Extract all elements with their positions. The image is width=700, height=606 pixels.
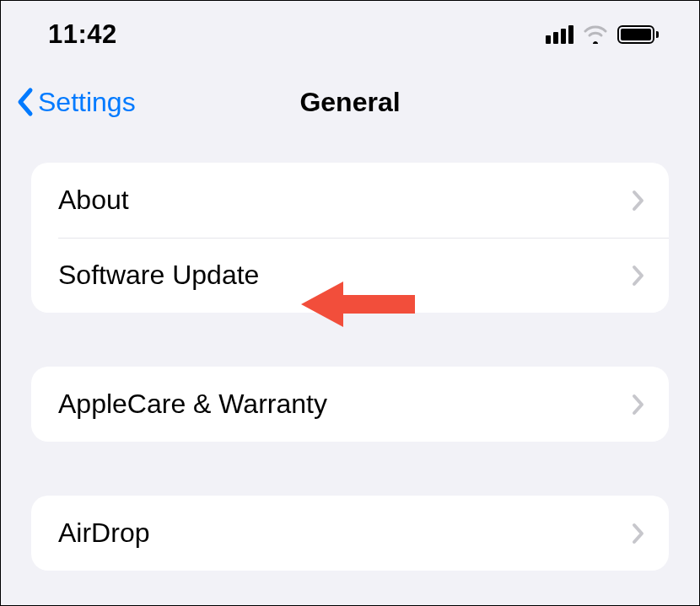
content: About Software Update AppleCare & Warran… xyxy=(1,136,699,571)
row-label: Software Update xyxy=(58,260,259,291)
settings-group: AppleCare & Warranty xyxy=(31,367,669,442)
battery-icon xyxy=(617,25,659,44)
back-button[interactable]: Settings xyxy=(16,87,136,118)
row-label: AppleCare & Warranty xyxy=(58,389,327,420)
back-label: Settings xyxy=(38,87,136,118)
row-software-update[interactable]: Software Update xyxy=(31,238,669,313)
chevron-right-icon xyxy=(632,393,645,416)
cellular-signal-icon xyxy=(546,25,573,44)
status-time: 11:42 xyxy=(48,19,117,50)
settings-group: About Software Update xyxy=(31,163,669,313)
row-about[interactable]: About xyxy=(31,163,669,238)
chevron-left-icon xyxy=(16,87,35,117)
chevron-right-icon xyxy=(632,264,645,287)
nav-bar: Settings General xyxy=(1,68,699,136)
status-bar: 11:42 xyxy=(1,1,699,68)
chevron-right-icon xyxy=(632,189,645,212)
row-label: About xyxy=(58,185,129,216)
row-applecare-warranty[interactable]: AppleCare & Warranty xyxy=(31,367,669,442)
settings-group: AirDrop xyxy=(31,496,669,571)
chevron-right-icon xyxy=(632,522,645,545)
settings-general-screen: 11:42 Set xyxy=(1,1,699,605)
status-icons xyxy=(546,25,659,44)
wifi-icon xyxy=(584,25,607,44)
row-airdrop[interactable]: AirDrop xyxy=(31,496,669,571)
row-label: AirDrop xyxy=(58,518,149,549)
